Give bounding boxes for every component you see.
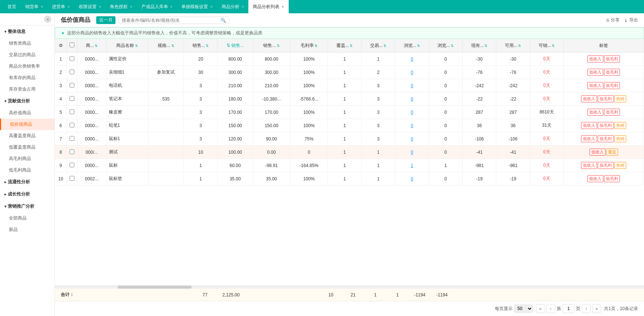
sidebar-item-low-coverage[interactable]: 低覆盖度商品: [0, 142, 54, 153]
browse-link[interactable]: 1: [411, 163, 413, 168]
close-icon[interactable]: ×: [67, 4, 70, 9]
row-browse1[interactable]: 0: [395, 119, 429, 132]
horizontal-scrollbar[interactable]: [55, 286, 644, 289]
nav-product-analysis[interactable]: 商品分析 ×: [217, 0, 248, 13]
sidebar-item-category-sales-rate[interactable]: 商品分类销售率: [0, 61, 54, 72]
row-coverage: 1: [328, 52, 362, 66]
nav-product-analysis-list[interactable]: 商品分析列表 ×: [248, 0, 288, 13]
nav-roles[interactable]: 角色授权 ×: [105, 0, 137, 13]
col-sale-amount[interactable]: ⇅ 销售...: [218, 39, 253, 52]
browse-link[interactable]: 0: [411, 110, 413, 115]
sidebar-item-low-profit[interactable]: 低毛利商品: [0, 164, 54, 176]
browse-link[interactable]: 0: [411, 70, 413, 75]
row-browse1[interactable]: 0: [395, 172, 429, 186]
close-icon[interactable]: ×: [282, 4, 284, 9]
sidebar-group-marketing[interactable]: ▾ 营销推广分析: [0, 200, 54, 213]
row-checkbox[interactable]: [67, 66, 77, 79]
col-sale-qty[interactable]: 销售... ⇅: [184, 39, 218, 52]
sidebar-item-all-products[interactable]: 全部商品: [0, 213, 54, 224]
prev-page-btn[interactable]: ‹: [546, 304, 555, 313]
col-stock-available[interactable]: 可用... ⇅: [496, 39, 530, 52]
col-stock-current[interactable]: 现有... ⇅: [463, 39, 496, 52]
row-checkbox[interactable]: [67, 119, 77, 132]
browse-link[interactable]: 0: [411, 57, 413, 62]
first-page-btn[interactable]: «: [536, 304, 545, 313]
row-checkbox[interactable]: [67, 159, 77, 172]
sidebar-collapse-btn[interactable]: «: [44, 16, 51, 23]
last-page-btn[interactable]: »: [592, 304, 601, 313]
col-sale-profit[interactable]: 销售... ⇅: [253, 39, 290, 52]
row-browse1[interactable]: 0: [395, 92, 429, 106]
browse-link[interactable]: 0: [411, 176, 413, 181]
nav-template-settings[interactable]: 单据模板设置 ×: [177, 0, 217, 13]
browse-link[interactable]: 0: [411, 83, 413, 88]
sidebar-item-high-profit[interactable]: 高毛利商品: [0, 153, 54, 164]
col-browse1[interactable]: 浏览... ⇅: [395, 39, 429, 52]
col-settings[interactable]: ⚙: [55, 39, 67, 52]
page-number-input[interactable]: [563, 304, 574, 313]
sidebar-item-stock-products[interactable]: 有库存的商品: [0, 72, 54, 84]
row-browse1[interactable]: 0: [395, 106, 429, 119]
sidebar-item-stock-funds[interactable]: 库存资金占用: [0, 84, 54, 95]
col-tags[interactable]: 标签: [564, 39, 644, 52]
nav-product-storage[interactable]: 产成品入库单 ×: [137, 0, 177, 13]
row-checkbox[interactable]: [67, 79, 77, 92]
sidebar-group-contribution[interactable]: ▾ 贡献值分析: [0, 95, 54, 107]
col-spec[interactable]: 规格... ⇅: [148, 39, 184, 52]
row-browse1[interactable]: 0: [395, 66, 429, 79]
col-name[interactable]: 商品名称 ⇅: [106, 39, 148, 52]
nav-home[interactable]: 首页: [3, 0, 21, 13]
row-browse1[interactable]: 0: [395, 132, 429, 146]
sidebar-item-high-value[interactable]: 高价值商品: [0, 107, 54, 119]
row-browse1[interactable]: 0: [395, 146, 429, 159]
select-all-checkbox[interactable]: [70, 43, 74, 47]
close-icon[interactable]: ×: [242, 4, 244, 9]
table-row: 9 0000... 鼠标 1 60.00 -98.91 -164.85% 1 1…: [55, 159, 644, 172]
col-checkbox[interactable]: [67, 39, 77, 52]
sidebar-item-high-coverage[interactable]: 高覆盖度商品: [0, 130, 54, 142]
close-icon[interactable]: ×: [130, 4, 132, 9]
col-code[interactable]: 商... ⇅: [77, 39, 107, 52]
per-page-select[interactable]: 50 100 200: [514, 305, 533, 313]
export-button[interactable]: ⤓ 导出: [624, 17, 638, 23]
sidebar-item-low-value[interactable]: 低价值商品: [0, 119, 54, 130]
close-icon[interactable]: ×: [170, 4, 172, 9]
sidebar-group-overall[interactable]: ▾ 整体信息: [0, 26, 54, 38]
next-page-btn[interactable]: ›: [582, 304, 591, 313]
nav-sales-order[interactable]: 销货单 ×: [21, 0, 47, 13]
row-checkbox[interactable]: [67, 132, 77, 146]
date-filter-btn[interactable]: 近一月: [96, 16, 115, 24]
close-icon[interactable]: ×: [41, 4, 43, 9]
col-gross-margin[interactable]: 毛利率 ⇅: [290, 39, 328, 52]
nav-permissions[interactable]: 权限设置 ×: [74, 0, 105, 13]
browse-link[interactable]: 0: [411, 123, 413, 128]
nav-purchase-order[interactable]: 进货单 ×: [47, 0, 74, 13]
row-browse1[interactable]: 1: [395, 159, 429, 172]
row-browse1[interactable]: 0: [395, 52, 429, 66]
row-checkbox[interactable]: [67, 52, 77, 66]
col-browse2[interactable]: 浏览... ⇅: [429, 39, 463, 52]
row-browse1[interactable]: 0: [395, 79, 429, 92]
row-checkbox[interactable]: [67, 92, 77, 106]
row-checkbox[interactable]: [67, 172, 77, 186]
sidebar-item-new-products[interactable]: 新品: [0, 224, 54, 235]
col-stock-saleable[interactable]: 可销... ⇅: [530, 39, 564, 52]
browse-link[interactable]: 0: [411, 96, 413, 102]
sidebar-item-sales-products[interactable]: 销售类商品: [0, 38, 54, 49]
sidebar-group-liquidity[interactable]: ▸ 流通性分析: [0, 176, 54, 188]
sidebar-item-traded-products[interactable]: 交易过的商品: [0, 49, 54, 61]
row-checkbox[interactable]: [67, 106, 77, 119]
settings-icon[interactable]: ⚙: [57, 42, 64, 49]
close-icon[interactable]: ×: [99, 4, 101, 9]
sidebar-group-growth[interactable]: ▸ 成长性分析: [0, 188, 54, 200]
close-icon[interactable]: ×: [210, 4, 212, 9]
search-icon[interactable]: 🔍: [221, 18, 226, 23]
share-button[interactable]: ⎘ 分享: [607, 17, 620, 23]
row-checkbox[interactable]: [67, 146, 77, 159]
browse-link[interactable]: 0: [411, 150, 413, 155]
scrollbar-thumb[interactable]: [118, 286, 192, 289]
col-trade[interactable]: 交易... ⇅: [362, 39, 395, 52]
col-coverage[interactable]: 覆盖... ⇅: [328, 39, 362, 52]
browse-link[interactable]: 0: [411, 136, 413, 142]
search-input[interactable]: [122, 18, 221, 23]
